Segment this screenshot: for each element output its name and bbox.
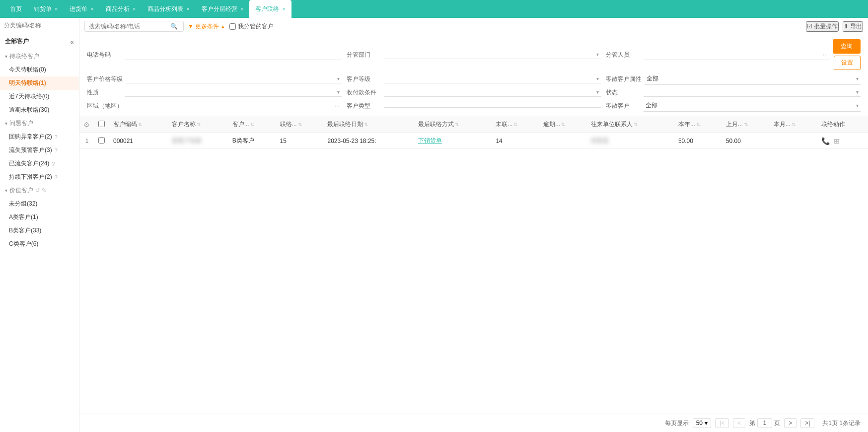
- setting-btn[interactable]: 设置: [834, 56, 861, 70]
- nav-customer-contact-close[interactable]: ×: [282, 6, 285, 12]
- pagination: 每页显示 50 ▾ |< < 第 页 > >| 共1页 1条记录: [79, 414, 868, 432]
- first-page-btn[interactable]: |<: [715, 418, 729, 428]
- more-action-icon[interactable]: ⊞: [834, 137, 840, 145]
- th-code[interactable]: 客户编码⇅: [109, 116, 168, 133]
- my-customers-checkbox[interactable]: [229, 23, 236, 30]
- export-btn[interactable]: ⬆ 导出: [843, 21, 863, 32]
- td-checkbox[interactable]: [94, 133, 109, 149]
- row-checkbox[interactable]: [98, 137, 105, 144]
- batch-op-btn[interactable]: ☑ 批量操作: [806, 21, 839, 32]
- filter-retail-attr-select[interactable]: 全部 ▾: [645, 73, 861, 85]
- sidebar-item-overdue-pending[interactable]: 逾期未联络(30): [0, 103, 79, 117]
- filter-phone-input[interactable]: [125, 50, 342, 60]
- call-icon[interactable]: 📞: [821, 137, 830, 145]
- sidebar-item-churn-warning[interactable]: 流失预警客户(3)?: [0, 144, 79, 157]
- query-btn[interactable]: 查询: [833, 39, 861, 54]
- sort-icon-contacts: ⇅: [634, 122, 638, 127]
- filter-gender-select[interactable]: ▾: [125, 88, 342, 97]
- data-table: ⚙ 客户编码⇅ 客户名称⇅ 客户...⇅ 联络...⇅ 最后联络日期⇅ 最后联络…: [79, 116, 868, 149]
- th-this-year[interactable]: 本年...⇅: [674, 116, 722, 133]
- sidebar-item-abnormal-repurchase[interactable]: 回购异常客户(2)?: [0, 130, 79, 144]
- sidebar-item-ungrouped[interactable]: 未分组(32): [0, 197, 79, 211]
- filter-price-level-select[interactable]: ▾: [126, 74, 342, 83]
- filter-dept-select[interactable]: ▾: [384, 50, 601, 59]
- nav-customer-contact[interactable]: 客户联络×: [249, 0, 291, 18]
- nav-product-analysis[interactable]: 商品分析×: [100, 0, 142, 18]
- chevron-down-icon-6: ▾: [596, 89, 599, 95]
- page-number-input[interactable]: [757, 418, 772, 428]
- sidebar-search-input[interactable]: [4, 22, 78, 29]
- filter-person-dots[interactable]: ···: [823, 51, 828, 58]
- td-type: B类客户: [228, 133, 276, 149]
- filter-action-buttons: 查询 设置: [833, 39, 861, 70]
- chevron-down-icon-8: ▾: [856, 103, 859, 108]
- filter-person-select[interactable]: ···: [644, 50, 830, 60]
- chevron-up-icon: ▲: [220, 24, 225, 29]
- filter-region-select[interactable]: ···: [126, 101, 342, 111]
- th-last-month[interactable]: 上月...⇅: [722, 116, 770, 133]
- filter-region-dots[interactable]: ···: [335, 102, 340, 109]
- value-group-label: 价值客户 ↺ ✎: [0, 184, 79, 197]
- sidebar-item-b-class[interactable]: B类客户(33): [0, 224, 79, 237]
- nav-home[interactable]: 首页: [4, 0, 28, 18]
- nav-sales-close[interactable]: ×: [55, 6, 58, 12]
- more-filters-btn[interactable]: ▼ 更多条件 ▲: [188, 22, 225, 31]
- prev-page-btn[interactable]: <: [733, 418, 745, 428]
- filter-status-select[interactable]: ▾: [644, 88, 861, 97]
- sidebar-item-declining[interactable]: 持续下滑客户(2)?: [0, 170, 79, 184]
- filter-status-row: 状态 ▾: [606, 88, 861, 97]
- th-settings[interactable]: ⚙: [79, 116, 94, 133]
- th-contact-count[interactable]: 联络...⇅: [276, 116, 324, 133]
- td-num: 1: [79, 133, 94, 149]
- filter-retail-cust-select[interactable]: 全部 ▾: [644, 100, 861, 112]
- nav-customer-tier[interactable]: 客户分层经营×: [196, 0, 249, 18]
- select-all-checkbox[interactable]: [98, 121, 105, 127]
- th-last-method[interactable]: 最后联络方式⇅: [414, 116, 492, 133]
- collapse-icon[interactable]: «: [70, 38, 74, 46]
- sort-icon-last-method: ⇅: [455, 122, 459, 127]
- filter-payment-select[interactable]: ▾: [384, 88, 601, 97]
- search-input[interactable]: [89, 23, 168, 30]
- export-icon: ⬆: [844, 23, 849, 30]
- th-last-date[interactable]: 最后联络日期⇅: [323, 116, 414, 133]
- filter-cust-level-row: 客户等级 ▾: [347, 73, 601, 85]
- nav-purchase[interactable]: 进货单×: [64, 0, 99, 18]
- settings-icon[interactable]: ⚙: [83, 121, 90, 129]
- next-page-btn[interactable]: >: [784, 418, 796, 428]
- th-name[interactable]: 客户名称⇅: [168, 116, 228, 133]
- nav-purchase-close[interactable]: ×: [90, 6, 93, 12]
- all-customers-header[interactable]: 全部客户 «: [0, 33, 79, 50]
- filter-cust-type-select[interactable]: [384, 104, 601, 108]
- filter-panel: 电话号码 分管部门 ▾ 分管人员 ··· 查询 设置: [79, 35, 868, 116]
- filter-cust-level-select[interactable]: ▾: [384, 74, 601, 83]
- sidebar-item-today-pending[interactable]: 今天待联络(0): [0, 63, 79, 76]
- my-customers-checkbox-label[interactable]: 我分管的客户: [229, 22, 274, 31]
- sidebar-item-tomorrow-pending[interactable]: 明天待联络(1): [0, 76, 79, 90]
- sidebar-item-a-class[interactable]: A类客户(1): [0, 211, 79, 224]
- per-page-label: 每页显示: [665, 419, 689, 428]
- per-page-select[interactable]: 50 ▾: [693, 418, 711, 428]
- th-checkbox[interactable]: [94, 116, 109, 133]
- nav-product-analysis-list[interactable]: 商品分析列表×: [142, 0, 195, 18]
- nav-product-analysis-list-close[interactable]: ×: [186, 6, 189, 12]
- th-overdue[interactable]: 逾期...⇅: [539, 116, 587, 133]
- nav-customer-tier-close[interactable]: ×: [240, 6, 243, 12]
- filter-retail-cust-row: 零散客户 全部 ▾: [606, 100, 861, 112]
- value-refresh-icon[interactable]: ↺: [35, 187, 40, 194]
- sidebar-item-c-class[interactable]: C类客户(6): [0, 237, 79, 251]
- sidebar-item-7day-pending[interactable]: 近7天待联络(0): [0, 90, 79, 103]
- action-icons: 📞 ⊞: [821, 137, 864, 145]
- td-code: 000021: [109, 133, 168, 149]
- last-page-btn[interactable]: >|: [800, 418, 814, 428]
- search-icon[interactable]: 🔍: [170, 23, 178, 30]
- page-info: 第 页: [749, 418, 780, 428]
- th-contacts[interactable]: 往来单位联系人⇅: [587, 116, 674, 133]
- th-this-month[interactable]: 本月...⇅: [770, 116, 817, 133]
- th-type[interactable]: 客户...⇅: [228, 116, 276, 133]
- sidebar-item-churned[interactable]: 已流失客户(24)?: [0, 157, 79, 170]
- nav-product-analysis-close[interactable]: ×: [133, 6, 136, 12]
- problem-group-label: 问题客户: [0, 117, 79, 130]
- nav-sales[interactable]: 销货单×: [28, 0, 64, 18]
- th-no-contact[interactable]: 未联...⇅: [492, 116, 539, 133]
- value-edit-icon[interactable]: ✎: [42, 187, 46, 194]
